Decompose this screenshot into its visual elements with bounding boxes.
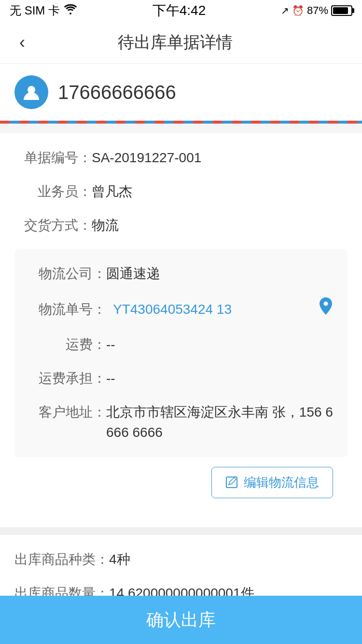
confirm-bar[interactable]: 确认出库 — [0, 596, 362, 644]
battery-fill — [333, 7, 348, 14]
goods-type-label: 出库商品种类： — [14, 549, 109, 570]
freight-bear-row: 运费承担： -- — [29, 368, 333, 389]
customer-header: 17666666666 — [0, 64, 362, 121]
goods-type-row: 出库商品种类： 4种 — [14, 549, 348, 570]
order-no-row: 单据编号： SA-20191227-001 — [14, 148, 348, 168]
order-info-section: 单据编号： SA-20191227-001 业务员： 曾凡杰 交货方式： 物流 … — [0, 133, 362, 527]
order-no-value: SA-20191227-001 — [92, 148, 348, 168]
edit-logistics-label: 编辑物流信息 — [244, 474, 319, 491]
edit-logistics-button[interactable]: 编辑物流信息 — [211, 467, 333, 498]
delivery-label: 交货方式： — [14, 215, 92, 236]
battery-icon — [331, 5, 352, 16]
nav-bar: ‹ 待出库单据详情 — [0, 21, 362, 64]
address-label: 客户地址： — [29, 402, 106, 422]
status-left: 无 SIM 卡 — [10, 3, 77, 18]
tracking-value: YT43064053424 13 — [113, 299, 312, 320]
page-title: 待出库单据详情 — [30, 31, 320, 54]
main-content: 17666666666 单据编号： SA-20191227-001 业务员： 曾… — [0, 64, 362, 644]
edit-icon — [225, 476, 239, 490]
customer-phone: 17666666666 — [58, 82, 176, 103]
freight-value: -- — [106, 335, 333, 355]
address-row: 客户地址： 北京市市辖区海淀区永丰南 张，156 6666 6666 — [29, 402, 333, 443]
status-time: 下午4:42 — [153, 1, 206, 20]
order-no-label: 单据编号： — [14, 148, 92, 168]
logistics-card: 物流公司： 圆通速递 物流单号： YT43064053424 13 运费： --… — [14, 249, 348, 457]
logistics-company-label: 物流公司： — [29, 264, 106, 284]
salesperson-label: 业务员： — [14, 182, 92, 202]
avatar — [14, 75, 48, 109]
wifi-icon — [64, 4, 77, 17]
battery-pct: 87% — [307, 4, 328, 17]
address-value: 北京市市辖区海淀区永丰南 张，156 6666 6666 — [106, 402, 333, 443]
dashed-divider — [0, 121, 362, 124]
freight-bear-value: -- — [106, 368, 333, 389]
freight-bear-label: 运费承担： — [29, 368, 106, 389]
back-button[interactable]: ‹ — [14, 28, 30, 57]
goods-type-value: 4种 — [109, 549, 348, 570]
tracking-label: 物流单号： — [29, 299, 106, 320]
salesperson-value: 曾凡杰 — [92, 182, 348, 202]
carrier-label: 无 SIM 卡 — [10, 3, 60, 18]
tracking-row: 物流单号： YT43064053424 13 — [29, 297, 333, 321]
salesperson-row: 业务员： 曾凡杰 — [14, 182, 348, 202]
grey-divider — [0, 527, 362, 535]
edit-logistics-container: 编辑物流信息 — [14, 457, 348, 513]
alarm-icon: ⏰ — [292, 5, 304, 16]
status-bar: 无 SIM 卡 下午4:42 ↗ ⏰ 87% — [0, 0, 362, 21]
status-right: ↗ ⏰ 87% — [281, 4, 352, 17]
logistics-company-row: 物流公司： 圆通速递 — [29, 264, 333, 284]
delivery-row: 交货方式： 物流 — [14, 215, 348, 236]
location-icon: ↗ — [281, 5, 289, 16]
delivery-value: 物流 — [92, 215, 348, 236]
logistics-company-value: 圆通速递 — [106, 264, 333, 284]
freight-row: 运费： -- — [29, 335, 333, 355]
freight-label: 运费： — [29, 335, 106, 355]
location-pin-icon[interactable] — [319, 297, 333, 321]
confirm-label: 确认出库 — [146, 608, 216, 632]
